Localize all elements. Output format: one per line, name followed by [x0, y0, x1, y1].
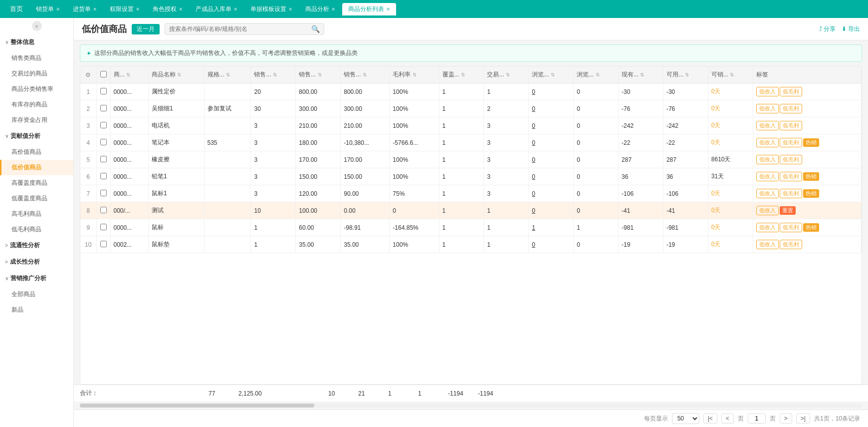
tag-badge: 低收入	[756, 172, 779, 181]
sidebar-item-low-margin[interactable]: 低毛利商品	[0, 222, 73, 237]
next-page-btn[interactable]: >	[780, 414, 792, 424]
row-checkbox-cell[interactable]	[96, 202, 110, 219]
row-checkbox[interactable]	[100, 190, 107, 196]
row-checkbox[interactable]	[100, 241, 107, 247]
row-checkbox-cell[interactable]	[96, 185, 110, 202]
row-checkbox-cell[interactable]	[96, 134, 110, 151]
row-checkbox[interactable]	[100, 105, 107, 111]
footer-q1: 77	[206, 390, 235, 397]
row-checkbox[interactable]	[100, 207, 107, 213]
nav-roles[interactable]: 角色授权✕	[147, 3, 189, 15]
page-input[interactable]	[748, 414, 766, 424]
sidebar-item-high-margin[interactable]: 高毛利商品	[0, 206, 73, 222]
table-row[interactable]: 1 0000... 属性定价 20 800.00 800.00 100% 1 1…	[80, 83, 862, 100]
share-button[interactable]: ⤴ 分享	[819, 25, 836, 33]
row-name: 鼠标	[149, 219, 204, 236]
row-checkbox[interactable]	[100, 224, 107, 230]
sidebar-item-high-coverage[interactable]: 高覆盖度商品	[0, 175, 73, 191]
nav-template[interactable]: 单据模板设置✕	[244, 3, 298, 15]
table-row[interactable]: 3 0000... 电话机 3 210.00 210.00 100% 1 3 0…	[80, 117, 862, 134]
sidebar-item-new-goods[interactable]: 新品	[0, 302, 73, 318]
nav-close-sales[interactable]: ✕	[56, 6, 60, 12]
row-days: 0天	[708, 83, 753, 100]
row-tags: 低收入低毛利热销	[753, 168, 861, 185]
row-checkbox-cell[interactable]	[96, 236, 110, 253]
table-row[interactable]: 4 0000... 笔记本 535 3 180.00 -10,380... -5…	[80, 134, 862, 151]
nav-sales[interactable]: 销货单✕	[30, 3, 66, 15]
row-checkbox-cell[interactable]	[96, 168, 110, 185]
row-name: 电话机	[149, 117, 204, 134]
search-input[interactable]	[169, 25, 311, 32]
row-checkbox-cell[interactable]	[96, 100, 110, 117]
row-spec	[204, 185, 251, 202]
row-coverage: 1	[439, 202, 484, 219]
row-checkbox[interactable]	[100, 88, 107, 94]
sidebar-group-growth[interactable]: >成长性分析	[0, 254, 73, 270]
nav-warehouse[interactable]: 产成品入库单✕	[190, 3, 243, 15]
row-stock: -41	[619, 202, 663, 219]
sidebar-group-overall[interactable]: ∨整体信息	[0, 34, 73, 50]
row-margin: 75%	[390, 185, 439, 202]
per-page-select[interactable]: 50 100 200	[672, 413, 699, 424]
row-q1: 1	[251, 219, 296, 236]
sidebar-item-stock-goods[interactable]: 有库存的商品	[0, 97, 73, 112]
row-stock: 287	[619, 151, 663, 168]
row-checkbox-cell[interactable]	[96, 117, 110, 134]
table-row[interactable]: 6 0000... 铅笔1 3 150.00 150.00 100% 1 3 0…	[80, 168, 862, 185]
sidebar-group-marketing[interactable]: ∨营销推广分析	[0, 270, 73, 287]
table-row[interactable]: 5 0000... 橡皮擦 3 170.00 170.00 100% 1 3 0…	[80, 151, 862, 168]
sidebar-item-low-value[interactable]: 低价值商品	[0, 160, 73, 175]
export-button[interactable]: ⬇ 导出	[842, 25, 860, 33]
prev-page-btn[interactable]: <	[721, 414, 734, 424]
row-checkbox[interactable]	[100, 122, 107, 128]
row-checkbox[interactable]	[100, 173, 107, 179]
row-q1: 30	[251, 100, 296, 117]
sidebar-item-all-goods[interactable]: 全部商品	[0, 287, 73, 302]
nav-home[interactable]: 首页	[4, 2, 29, 15]
nav-analysis-list[interactable]: 商品分析列表✕	[342, 3, 396, 15]
table-row[interactable]: 8 000/... 测试 10 100.00 0.00 0 1 1 0 0 -4…	[80, 202, 862, 219]
row-num: 10	[80, 236, 96, 253]
info-banner: ✦ 这部分商品的销售收入大幅低于商品平均销售收入，价值不高，可考虑调整营销策略，…	[80, 44, 862, 62]
sidebar-item-sales-goods[interactable]: 销售类商品	[0, 50, 73, 66]
row-checkbox-cell[interactable]	[96, 219, 110, 236]
nav-analysis[interactable]: 商品分析✕	[299, 3, 341, 15]
table-row[interactable]: 9 0000... 鼠标 1 60.00 -98.91 -164.85% 1 1…	[80, 219, 862, 236]
page-word: 页	[738, 415, 744, 423]
sidebar-group-contribution[interactable]: ∨贡献值分析	[0, 128, 73, 144]
last-page-btn[interactable]: >|	[796, 414, 810, 424]
nav-permissions[interactable]: 权限设置✕	[104, 3, 146, 15]
scrollbar-thumb[interactable]	[80, 404, 314, 408]
sidebar-item-traded-goods[interactable]: 交易过的商品	[0, 66, 73, 81]
search-icon[interactable]: 🔍	[311, 25, 320, 33]
horizontal-scrollbar[interactable]	[80, 404, 862, 408]
row-checkbox-cell[interactable]	[96, 151, 110, 168]
table-row[interactable]: 2 0000... 吴细细1 参加复试 30 300.00 300.00 100…	[80, 100, 862, 117]
row-checkbox[interactable]	[100, 156, 107, 162]
col-settings[interactable]: ⚙	[80, 66, 96, 83]
sidebar-item-low-coverage[interactable]: 低覆盖度商品	[0, 191, 73, 206]
sidebar-item-high-value[interactable]: 高价值商品	[0, 144, 73, 160]
row-q1: 3	[251, 185, 296, 202]
row-stock: -19	[619, 236, 663, 253]
table-row[interactable]: 7 0000... 鼠标1 3 120.00 90.00 75% 1 3 0 0…	[80, 185, 862, 202]
sidebar-collapse-btn[interactable]: «	[32, 21, 42, 31]
row-code: 0000...	[110, 168, 149, 185]
period-tag[interactable]: 近一月	[132, 24, 160, 34]
per-page-label: 每页显示	[644, 415, 668, 423]
table-row[interactable]: 10 0002... 鼠标垫 1 35.00 35.00 100% 1 1 0 …	[80, 236, 862, 253]
page-header: 低价值商品 近一月 🔍 ⤴ 分享 ⬇ 导出	[74, 18, 868, 40]
sidebar-item-category-rate[interactable]: 商品分类销售率	[0, 81, 73, 97]
first-page-btn[interactable]: |<	[703, 414, 717, 424]
footer-q2: 2,125.00	[235, 390, 265, 397]
row-checkbox[interactable]	[100, 139, 107, 145]
sidebar-item-stock-capital[interactable]: 库存资金占用	[0, 112, 73, 128]
tag-badge: 低收入	[756, 155, 779, 164]
col-checkbox[interactable]	[96, 66, 110, 83]
row-checkbox-cell[interactable]	[96, 83, 110, 100]
row-q3: 90.00	[341, 185, 390, 202]
select-all-checkbox[interactable]	[100, 71, 107, 77]
nav-purchase[interactable]: 进货单✕	[67, 3, 103, 15]
data-table-container[interactable]: ⚙ 商... ⇅ 商品名称 ⇅ 规格... ⇅ 销售... ⇅ 销售... ⇅ …	[80, 66, 862, 385]
sidebar-group-liquidity[interactable]: >流通性分析	[0, 237, 73, 254]
